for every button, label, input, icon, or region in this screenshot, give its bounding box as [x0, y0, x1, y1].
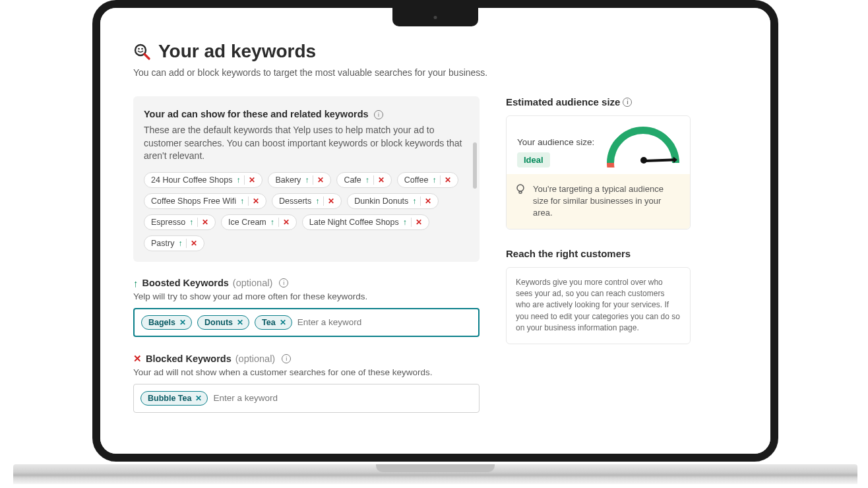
keyword-chip: Late Night Coffee Shops↑✕ — [302, 214, 429, 230]
remove-tag-icon[interactable]: ✕ — [280, 318, 286, 327]
audience-size-label: Your audience size: — [517, 137, 594, 147]
keyword-chip: Dunkin Donuts↑✕ — [347, 193, 439, 209]
remove-chip-icon[interactable]: ✕ — [283, 218, 290, 227]
remove-chip-icon[interactable]: ✕ — [328, 197, 334, 206]
scrollbar[interactable] — [473, 142, 477, 189]
blocked-text-input[interactable] — [213, 393, 472, 403]
remove-chip-icon[interactable]: ✕ — [317, 175, 324, 185]
boosted-tag: Tea✕ — [255, 315, 292, 330]
main-column: Your ad can show for these and related k… — [133, 96, 480, 413]
app-screen: Your ad keywords You can add or block ke… — [100, 8, 770, 454]
audience-title-text: Estimated audience size — [506, 96, 620, 107]
remove-chip-icon[interactable]: ✕ — [425, 197, 431, 206]
keyword-chip: Coffee↑✕ — [397, 172, 459, 188]
info-icon[interactable]: i — [279, 278, 288, 288]
remove-chip-icon[interactable]: ✕ — [253, 197, 259, 206]
svg-point-3 — [141, 48, 143, 50]
default-keywords-box: Your ad can show for these and related k… — [133, 96, 480, 262]
magnifier-icon — [133, 43, 150, 60]
laptop-frame: Your ad keywords You can add or block ke… — [92, 0, 778, 462]
default-keywords-desc: These are the default keywords that Yelp… — [144, 124, 469, 163]
default-keywords-title: Your ad can show for these and related k… — [144, 109, 369, 119]
boost-arrow-icon[interactable]: ↑ — [432, 175, 436, 185]
keyword-chip: Bakery↑✕ — [268, 172, 331, 188]
keyword-chip: Pastry↑✕ — [144, 235, 204, 251]
chip-label: Dunkin Donuts — [354, 197, 408, 206]
laptop-base — [13, 464, 857, 484]
keyword-chip: Cafe↑✕ — [336, 172, 391, 188]
boost-arrow-icon[interactable]: ↑ — [270, 218, 274, 227]
svg-point-4 — [517, 185, 524, 191]
boost-arrow-icon[interactable]: ↑ — [236, 175, 240, 185]
chip-label: Cafe — [344, 175, 361, 185]
tag-label: Bubble Tea — [148, 394, 191, 403]
boosted-optional-label: (optional) — [233, 278, 272, 288]
boost-arrow-icon[interactable]: ↑ — [189, 218, 193, 227]
blocked-tag: Bubble Tea✕ — [140, 391, 208, 406]
audience-badge: Ideal — [517, 152, 550, 168]
chip-label: Ice Cream — [228, 218, 266, 227]
arrow-up-icon: ↑ — [133, 278, 139, 289]
boosted-tag: Donuts✕ — [197, 315, 249, 330]
boost-arrow-icon[interactable]: ↑ — [412, 197, 416, 206]
info-icon[interactable]: i — [623, 98, 632, 107]
boost-arrow-icon[interactable]: ↑ — [178, 239, 182, 248]
remove-chip-icon[interactable]: ✕ — [378, 175, 385, 185]
chip-label: Pastry — [151, 239, 174, 248]
remove-chip-icon[interactable]: ✕ — [191, 239, 197, 248]
blocked-subtitle: Your ad will not show when a customer se… — [133, 367, 480, 377]
svg-line-1 — [144, 54, 149, 59]
svg-point-2 — [138, 48, 140, 50]
remove-tag-icon[interactable]: ✕ — [237, 318, 243, 327]
blocked-optional-label: (optional) — [235, 353, 275, 364]
chip-label: Coffee Shops Free Wifi — [151, 197, 236, 206]
keyword-chip: Ice Cream↑✕ — [221, 214, 297, 230]
remove-chip-icon[interactable]: ✕ — [416, 218, 422, 227]
chip-label: Late Night Coffee Shops — [309, 218, 399, 227]
boosted-text-input[interactable] — [297, 317, 472, 327]
chip-label: 24 Hour Coffee Shops — [151, 175, 232, 185]
tag-label: Donuts — [204, 318, 233, 327]
boost-arrow-icon[interactable]: ↑ — [315, 197, 319, 206]
boosted-title: Boosted Keywords — [142, 278, 229, 288]
remove-chip-icon[interactable]: ✕ — [202, 218, 208, 227]
boost-arrow-icon[interactable]: ↑ — [365, 175, 369, 185]
blocked-keyword-input[interactable]: Bubble Tea✕ — [133, 384, 480, 413]
audience-tip-text: You're targeting a typical audience size… — [533, 184, 664, 218]
close-icon: ✕ — [133, 353, 142, 365]
info-icon[interactable]: i — [282, 354, 291, 363]
page-subtitle: You can add or block keywords to target … — [133, 67, 757, 78]
blocked-title: Blocked Keywords — [146, 353, 232, 364]
remove-chip-icon[interactable]: ✕ — [445, 175, 451, 185]
remove-tag-icon[interactable]: ✕ — [179, 318, 186, 327]
chip-label: Coffee — [404, 175, 429, 185]
audience-title: Estimated audience size i — [506, 96, 691, 107]
boost-arrow-icon[interactable]: ↑ — [305, 175, 309, 185]
side-column: Estimated audience size i Your audience … — [506, 96, 691, 413]
chip-label: Bakery — [275, 175, 301, 185]
audience-card: Your audience size: Ideal — [506, 115, 691, 229]
boost-arrow-icon[interactable]: ↑ — [240, 197, 244, 206]
keyword-chip: Coffee Shops Free Wifi↑✕ — [144, 193, 266, 209]
boosted-subtitle: Yelp will try to show your ad more often… — [133, 291, 480, 301]
boosted-tag: Bagels✕ — [141, 315, 192, 330]
reach-card: Keywords give you more control over who … — [506, 267, 691, 344]
default-keyword-chips: 24 Hour Coffee Shops↑✕Bakery↑✕Cafe↑✕Coff… — [144, 172, 469, 251]
reach-title: Reach the right customers — [506, 248, 691, 259]
tag-label: Bagels — [148, 318, 175, 327]
remove-tag-icon[interactable]: ✕ — [195, 394, 202, 403]
info-icon[interactable]: i — [374, 110, 383, 119]
chip-label: Desserts — [279, 197, 311, 206]
lightbulb-icon — [514, 183, 526, 195]
audience-tip: You're targeting a typical audience size… — [507, 174, 690, 229]
gauge-meter — [607, 127, 679, 168]
keyword-chip: Desserts↑✕ — [272, 193, 342, 209]
blocked-section: ✕ Blocked Keywords (optional) i Your ad … — [133, 353, 480, 413]
svg-rect-5 — [519, 191, 522, 193]
remove-chip-icon[interactable]: ✕ — [249, 175, 255, 185]
tag-label: Tea — [262, 318, 276, 327]
boosted-keyword-input[interactable]: Bagels✕Donuts✕Tea✕ — [133, 308, 480, 337]
keyword-chip: 24 Hour Coffee Shops↑✕ — [144, 172, 263, 188]
chip-label: Espresso — [151, 218, 185, 227]
boost-arrow-icon[interactable]: ↑ — [403, 218, 407, 227]
